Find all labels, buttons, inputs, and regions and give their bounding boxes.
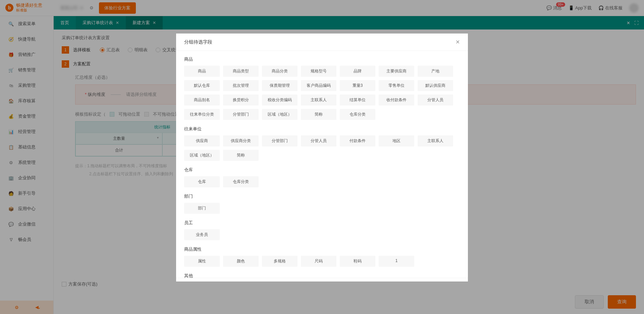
field-group: 部门部门 — [184, 193, 460, 214]
field-group: 商品属性属性颜色多规格尺码鞋码1 — [184, 246, 460, 267]
modal-horizontal-scrollbar[interactable] — [176, 278, 468, 281]
field-group-title: 其他 — [184, 273, 460, 278]
field-group-title: 部门 — [184, 193, 460, 199]
field-chip[interactable]: 主要供应商 — [379, 66, 414, 77]
field-chip[interactable]: 结算单位 — [340, 95, 375, 106]
field-group-title: 商品属性 — [184, 246, 460, 252]
field-chip[interactable]: 分管人员 — [418, 95, 453, 106]
field-chip[interactable]: 主联系人 — [301, 95, 336, 106]
field-chip[interactable]: 默认供应商 — [418, 80, 453, 91]
field-chip[interactable]: 区域（地区） — [262, 109, 298, 120]
field-chip[interactable]: 主联系人 — [418, 135, 453, 146]
field-group-title: 仓库 — [184, 167, 460, 173]
field-chip[interactable]: 商品 — [184, 66, 220, 77]
field-chip[interactable]: 税收分类编码 — [262, 95, 298, 106]
field-chip[interactable]: 换货积分 — [223, 95, 259, 106]
field-chip[interactable]: 付款条件 — [340, 135, 375, 146]
modal-body[interactable]: 商品商品商品类型商品分类规格型号品牌主要供应商产地默认仓库批次管理保质期管理客户… — [176, 51, 468, 278]
field-group-title: 往来单位 — [184, 126, 460, 132]
field-chip[interactable]: 零售单位 — [379, 80, 414, 91]
field-group: 员工业务员 — [184, 220, 460, 240]
field-group-title: 商品 — [184, 56, 460, 62]
field-chip[interactable]: 多规格 — [262, 256, 298, 267]
field-chip[interactable]: 产地 — [418, 66, 453, 77]
field-chip[interactable]: 分管人员 — [301, 135, 336, 146]
field-chip[interactable]: 鞋码 — [340, 256, 375, 267]
field-chip[interactable]: 仓库分类 — [340, 109, 375, 120]
field-chip[interactable]: 保质期管理 — [262, 80, 298, 91]
field-chip[interactable]: 供应商分类 — [223, 135, 259, 146]
modal-header: 分组待选字段 ✕ — [176, 34, 468, 51]
field-chip[interactable]: 默认仓库 — [184, 80, 220, 91]
field-chip[interactable]: 往来单位分类 — [184, 109, 220, 120]
field-chip[interactable]: 收付款条件 — [379, 95, 414, 106]
field-chip[interactable]: 1 — [379, 256, 414, 267]
field-chip[interactable]: 规格型号 — [301, 66, 336, 77]
field-chip[interactable]: 分管部门 — [223, 109, 259, 120]
field-chip[interactable]: 区域（地区） — [184, 150, 220, 161]
field-group: 仓库仓库仓库分类 — [184, 167, 460, 187]
field-group: 往来单位供应商供应商分类分管部门分管人员付款条件地区主联系人区域（地区）简称 — [184, 126, 460, 161]
field-group: 其他 — [184, 273, 460, 278]
field-chip[interactable]: 尺码 — [301, 256, 336, 267]
field-chip[interactable]: 重量3 — [340, 80, 375, 91]
field-chip[interactable]: 地区 — [379, 135, 414, 146]
field-chip[interactable]: 业务员 — [184, 229, 220, 240]
field-chip[interactable]: 简称 — [223, 150, 259, 161]
field-group-title: 员工 — [184, 220, 460, 226]
modal-title: 分组待选字段 — [184, 39, 212, 45]
field-chip[interactable]: 仓库分类 — [223, 176, 259, 187]
field-chip[interactable]: 部门 — [184, 203, 220, 214]
field-chip[interactable]: 属性 — [184, 256, 220, 267]
close-icon[interactable]: ✕ — [455, 39, 460, 45]
field-chip[interactable]: 商品分类 — [262, 66, 298, 77]
field-chip[interactable]: 简称 — [301, 109, 336, 120]
field-chip[interactable]: 批次管理 — [223, 80, 259, 91]
field-chip[interactable]: 仓库 — [184, 176, 220, 187]
field-chip[interactable]: 品牌 — [340, 66, 375, 77]
field-chip[interactable]: 商品类型 — [223, 66, 259, 77]
field-chip[interactable]: 客户商品编码 — [301, 80, 336, 91]
field-chip[interactable]: 商品别名 — [184, 95, 220, 106]
field-group: 商品商品商品类型商品分类规格型号品牌主要供应商产地默认仓库批次管理保质期管理客户… — [184, 56, 460, 120]
field-chip[interactable]: 分管部门 — [262, 135, 298, 146]
field-chip[interactable]: 颜色 — [223, 256, 259, 267]
field-selector-modal: 分组待选字段 ✕ 商品商品商品类型商品分类规格型号品牌主要供应商产地默认仓库批次… — [176, 34, 468, 281]
field-chip[interactable]: 供应商 — [184, 135, 220, 146]
